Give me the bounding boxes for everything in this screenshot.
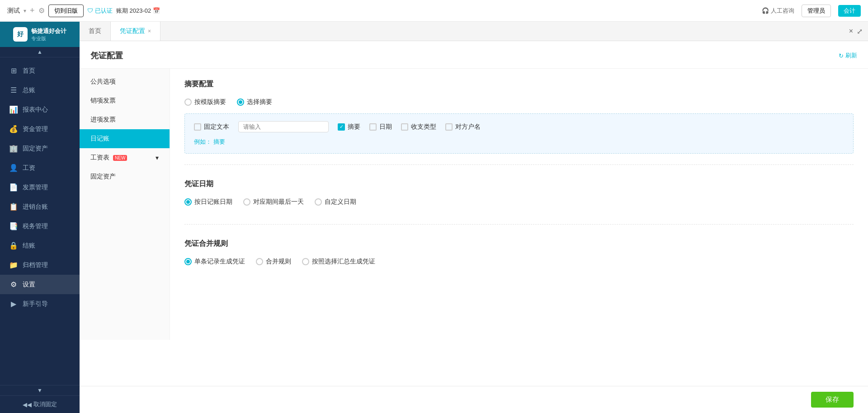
ledger-icon: ☰ xyxy=(9,86,18,94)
scroll-down-button[interactable]: ▼ xyxy=(0,385,80,395)
main-layout: 好 畅捷通好会计 专业版 ▲ ⊞ 首页 ☰ 总账 📊 报表中心 xyxy=(0,22,868,413)
single-radio[interactable] xyxy=(184,258,192,265)
consultation-icon: 🎧 xyxy=(762,7,769,14)
tab-voucher-config-label: 凭证配置 xyxy=(120,27,145,35)
date-checkbox-option[interactable]: 日期 xyxy=(369,123,392,131)
sidebar-item-invoices[interactable]: 📄 发票管理 xyxy=(0,178,80,197)
summary-checkbox[interactable] xyxy=(338,123,345,131)
window-close-button[interactable]: × xyxy=(849,27,853,35)
settings-content: 摘要配置 按模版摘要 选择摘要 xyxy=(170,69,868,340)
payment-type-checkbox-label: 收支类型 xyxy=(411,123,436,131)
summary-select-label: 选择摘要 xyxy=(247,98,272,106)
content-area: 首页 凭证配置 × × ⤢ 凭证配置 ↻ 刷新 xyxy=(80,22,868,413)
sidebar-item-payroll[interactable]: 👤 工资 xyxy=(0,158,80,178)
sidebar-item-closing[interactable]: 🔒 结账 xyxy=(0,236,80,255)
sidebar-item-assets[interactable]: 🏢 固定资产 xyxy=(0,139,80,158)
summary-template-radio[interactable] xyxy=(184,99,192,106)
tab-voucher-config[interactable]: 凭证配置 × xyxy=(111,22,160,41)
summary-option-template[interactable]: 按模版摘要 xyxy=(184,98,226,106)
fixed-text-option[interactable]: 固定文本 xyxy=(194,123,229,131)
scroll-up-icon: ▲ xyxy=(37,49,42,55)
summary-template-label: 按模版摘要 xyxy=(194,98,226,106)
merge-option-rule[interactable]: 合并规则 xyxy=(256,258,291,266)
sidebar-item-funds[interactable]: 💰 资金管理 xyxy=(0,119,80,139)
home-icon: ⊞ xyxy=(9,66,18,75)
sidebar-nav: ⊞ 首页 ☰ 总账 📊 报表中心 💰 资金管理 🏢 固定资产 👤 工资 xyxy=(0,57,80,385)
project-settings-icon[interactable]: ⚙ xyxy=(38,6,45,15)
left-menu-journal[interactable]: 日记账 xyxy=(80,129,170,148)
sidebar-item-settings[interactable]: ⚙ 设置 xyxy=(0,275,80,294)
logo-text: 畅捷通好会计 xyxy=(31,27,66,35)
manager-button[interactable]: 管理员 xyxy=(802,5,831,17)
left-menu-fixed-assets[interactable]: 固定资产 xyxy=(80,167,170,186)
sidebar-item-guide[interactable]: ▶ 新手引导 xyxy=(0,294,80,314)
payment-type-checkbox-option[interactable]: 收支类型 xyxy=(401,123,436,131)
merge-rule-radio[interactable] xyxy=(256,258,263,265)
project-dropdown-icon[interactable]: ▾ xyxy=(24,8,26,14)
sidebar-item-reports[interactable]: 📊 报表中心 xyxy=(0,100,80,119)
left-menu-sales-invoice[interactable]: 销项发票 xyxy=(80,91,170,110)
verified-badge: 🛡 已认证 xyxy=(87,7,113,15)
left-menu-journal-label: 日记账 xyxy=(90,135,109,142)
left-menu-sales-invoice-label: 销项发票 xyxy=(90,97,116,104)
sidebar-label-guide: 新手引导 xyxy=(23,300,48,308)
summary-checkbox-option[interactable]: 摘要 xyxy=(338,123,360,131)
period-last-radio[interactable] xyxy=(243,198,250,206)
settings-icon: ⚙ xyxy=(9,280,18,289)
refresh-button[interactable]: ↻ 刷新 xyxy=(839,52,857,60)
sidebar-item-tax[interactable]: 📑 税务管理 xyxy=(0,216,80,236)
sidebar-item-ledger[interactable]: ☰ 总账 xyxy=(0,80,80,100)
sidebar-item-home[interactable]: ⊞ 首页 xyxy=(0,61,80,80)
sidebar-label-payroll: 工资 xyxy=(23,164,35,172)
window-expand-button[interactable]: ⤢ xyxy=(857,27,863,36)
refresh-label: 刷新 xyxy=(845,52,857,60)
sidebar-label-ledger: 总账 xyxy=(23,86,35,94)
summary-option-row: 按模版摘要 选择摘要 xyxy=(184,98,854,106)
sidebar-label-funds: 资金管理 xyxy=(23,125,48,133)
calendar-icon[interactable]: 📅 xyxy=(153,7,160,14)
tab-home[interactable]: 首页 xyxy=(80,22,111,41)
switch-old-button[interactable]: 切到旧版 xyxy=(48,5,84,17)
verified-label: 已认证 xyxy=(95,7,113,15)
date-option-period-last[interactable]: 对应期间最后一天 xyxy=(243,198,304,206)
scroll-up-button[interactable]: ▲ xyxy=(0,47,80,57)
summary-section: 摘要配置 按模版摘要 选择摘要 xyxy=(184,80,854,165)
summary-option-select[interactable]: 选择摘要 xyxy=(237,98,272,106)
sidebar-item-purchase-sales[interactable]: 📋 进销台账 xyxy=(0,197,80,216)
payroll-icon: 👤 xyxy=(9,164,18,172)
checkbox-area: 固定文本 摘要 日期 xyxy=(184,113,854,154)
sidebar-item-archive[interactable]: 📁 归档管理 xyxy=(0,255,80,275)
fixed-text-input[interactable] xyxy=(238,121,329,132)
date-checkbox[interactable] xyxy=(369,123,377,131)
merge-section-title: 凭证合并规则 xyxy=(184,239,854,249)
consultation-label: 人工咨询 xyxy=(771,7,794,15)
journal-date-radio[interactable] xyxy=(184,198,192,206)
custom-date-label: 自定义日期 xyxy=(325,198,356,206)
consultation-button[interactable]: 🎧 人工咨询 xyxy=(762,7,794,15)
date-option-custom[interactable]: 自定义日期 xyxy=(315,198,356,206)
custom-date-radio[interactable] xyxy=(315,198,322,206)
counterpart-checkbox[interactable] xyxy=(445,123,453,131)
counterpart-checkbox-option[interactable]: 对方户名 xyxy=(445,123,481,131)
example-text: 摘要 xyxy=(213,138,225,145)
payment-type-checkbox[interactable] xyxy=(401,123,408,131)
add-project-icon[interactable]: + xyxy=(30,6,35,15)
period-info: 账期 2023-02 📅 xyxy=(116,7,160,15)
invoices-icon: 📄 xyxy=(9,183,18,192)
fixed-text-checkbox[interactable] xyxy=(194,123,201,131)
top-bar: 测试 ▾ + ⚙ 切到旧版 🛡 已认证 账期 2023-02 📅 🎧 人工咨询 … xyxy=(0,0,868,22)
left-menu-public[interactable]: 公共选项 xyxy=(80,72,170,91)
left-menu-payroll-table[interactable]: 工资表 NEW ▾ xyxy=(80,148,170,167)
summary-select-radio[interactable] xyxy=(237,99,244,106)
unfix-sidebar-button[interactable]: ◀◀ 取消固定 xyxy=(0,395,80,413)
merge-option-single[interactable]: 单条记录生成凭证 xyxy=(184,258,245,266)
left-menu-purchase-invoice[interactable]: 进项发票 xyxy=(80,110,170,129)
date-option-journal[interactable]: 按日记账日期 xyxy=(184,198,232,206)
date-option-row: 按日记账日期 对应期间最后一天 自定义日期 xyxy=(184,198,854,206)
tab-close-icon[interactable]: × xyxy=(148,28,151,34)
merge-option-by-selection[interactable]: 按照选择汇总生成凭证 xyxy=(302,258,375,266)
save-button[interactable]: 保存 xyxy=(811,392,854,408)
tab-home-label: 首页 xyxy=(89,27,101,34)
by-selection-radio[interactable] xyxy=(302,258,309,265)
accountant-button[interactable]: 会计 xyxy=(838,5,861,17)
